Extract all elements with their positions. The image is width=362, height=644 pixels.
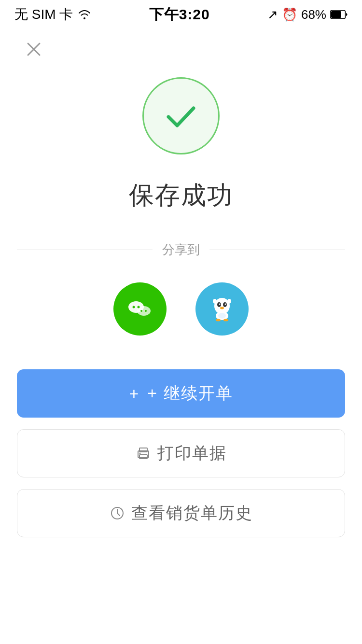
history-button[interactable]: 查看销货单历史 <box>17 489 345 537</box>
status-right: ↗ ⏰ 68% <box>267 7 348 22</box>
history-label: 查看销货单历史 <box>131 502 253 524</box>
share-icons <box>113 282 249 336</box>
svg-point-6 <box>133 306 135 308</box>
svg-point-13 <box>219 304 221 305</box>
close-button[interactable] <box>19 35 48 64</box>
share-divider: 分享到 <box>17 241 345 258</box>
svg-point-14 <box>225 304 226 305</box>
print-button[interactable]: 打印单据 <box>17 429 345 477</box>
success-title: 保存成功 <box>129 179 233 212</box>
svg-point-9 <box>145 310 147 312</box>
alarm-icon: ⏰ <box>282 7 297 22</box>
svg-point-21 <box>227 299 231 304</box>
svg-point-15 <box>220 307 224 309</box>
continue-label: + 继续开单 <box>147 382 233 405</box>
status-left: 无 SIM 卡 <box>14 5 91 24</box>
carrier-text: 无 SIM 卡 <box>14 5 73 24</box>
success-circle <box>142 77 220 154</box>
location-icon: ↗ <box>267 7 278 22</box>
status-bar: 无 SIM 卡 下午3:20 ↗ ⏰ 68% <box>0 0 362 29</box>
checkmark-icon <box>162 97 200 135</box>
close-icon <box>24 40 43 59</box>
battery-text: 68% <box>301 7 326 22</box>
svg-point-8 <box>140 310 142 312</box>
main-content: 保存成功 分享到 <box>0 29 362 537</box>
print-icon <box>135 445 152 462</box>
svg-point-7 <box>138 306 140 308</box>
print-label: 打印单据 <box>157 442 227 464</box>
history-icon <box>109 505 125 521</box>
svg-point-20 <box>213 299 217 304</box>
qq-share-button[interactable] <box>195 282 249 336</box>
svg-point-19 <box>223 319 228 322</box>
continue-button[interactable]: + + 继续开单 <box>17 369 345 418</box>
share-label: 分享到 <box>153 241 209 258</box>
svg-rect-1 <box>331 11 341 18</box>
wechat-share-button[interactable] <box>113 282 167 336</box>
qq-icon <box>207 294 237 324</box>
svg-point-17 <box>218 313 226 319</box>
continue-icon: + <box>129 384 139 403</box>
battery-icon <box>330 10 348 19</box>
action-buttons: + + 继续开单 打印单据 查看销货单历 <box>17 369 345 537</box>
svg-point-18 <box>216 319 221 322</box>
svg-point-25 <box>139 453 141 454</box>
status-time: 下午3:20 <box>149 5 210 25</box>
wechat-icon <box>125 294 154 323</box>
wifi-icon <box>78 9 91 20</box>
